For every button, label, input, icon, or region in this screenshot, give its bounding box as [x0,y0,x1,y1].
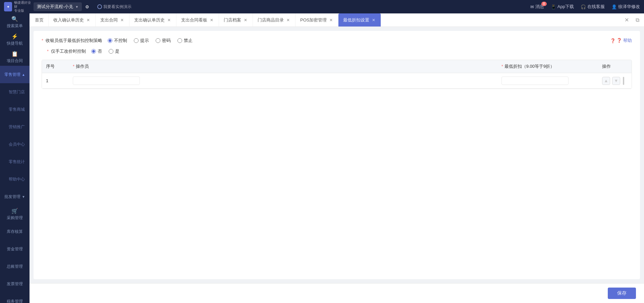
td-actions-1: ▲ ▼ [598,73,632,88]
contract-icon: 📋 [11,51,18,57]
sidebar-item-invoice-mgmt[interactable]: 税务管理 [0,293,30,303]
tab-close-payment-contract[interactable]: ✕ [120,18,124,22]
page-content: * 收银员低于最低折扣控制策略 不控制 提示 [30,27,644,283]
maximize-tab-button[interactable]: ⧉ [634,16,641,24]
radio-forbid-input[interactable] [177,38,182,43]
sidebar-item-marketing[interactable]: 营销推广 [0,118,30,136]
form-row-discount-control: * 收银员低于最低折扣控制策略 不控制 提示 [42,38,632,44]
tab-income-confirm-history[interactable]: 收入确认单历史 ✕ [49,13,96,27]
move-down-button[interactable]: ▼ [612,77,620,85]
tab-store-files[interactable]: 门店档案 ✕ [219,13,253,27]
ecommerce-icon: 🛒 [11,208,18,214]
td-seq-1: 1 [42,75,69,87]
sidebar-item-fund-mgmt[interactable]: 总账管理 [0,258,30,275]
table-header: 序号 * 操作员 * 最低折扣（9.00等于9折） 操作 [42,60,632,73]
td-operator-1[interactable] [69,73,497,88]
radio-yes-input[interactable] [109,49,113,54]
main-layout: 🔍 搜索菜单 ⚡ 快捷导航 📋 项目合同 零售管理 ▲ 智慧门店 零售商城 营销… [0,13,644,303]
project-dropdown-arrow: ▼ [75,5,78,9]
radio-forbid[interactable]: 禁止 [177,38,193,44]
tab-close-store-files[interactable]: ✕ [243,18,248,22]
min-discount-input[interactable] [501,77,569,85]
close-tab-button[interactable]: ✕ [623,16,631,24]
radio-no[interactable]: 否 [91,48,102,54]
sidebar-item-quick-nav[interactable]: ⚡ 快捷导航 [0,31,30,48]
tab-bar-actions: ✕ ⧉ [623,16,641,24]
form-row-manual-price-control: * 仅手工改价时控制 否 是 [42,48,632,54]
tab-payment-contract[interactable]: 支出合同 ✕ [96,13,129,27]
sidebar-item-retail-mall[interactable]: 零售商城 [0,101,30,118]
radio-no-input[interactable] [91,49,96,54]
tab-payment-confirm-history[interactable]: 支出确认单历史 ✕ [129,13,176,27]
radio-no-control-input[interactable] [108,38,112,43]
app-download-item[interactable]: 📱 App下载 [551,4,574,10]
required-marker-2: * [47,49,49,54]
tab-home[interactable]: 首页 [32,13,49,27]
save-button[interactable]: 保存 [608,288,636,299]
tab-close-min-discount-settings[interactable]: ✕ [371,18,376,22]
message-badge: 8 [541,2,547,6]
sidebar-item-smart-store[interactable]: 智慧门店 [0,83,30,101]
tab-close-income-confirm-history[interactable]: ✕ [86,18,91,22]
top-bar-right: ✉ 消息 8 📱 App下载 🎧 在线客服 👤 徐泽华修改 [530,4,640,10]
help-icon: ❓ [610,38,615,43]
radio-yes[interactable]: 是 [109,48,119,54]
project-name: 测试分开流程-小兑 [37,4,73,10]
radio-prompt[interactable]: 提示 [134,38,149,44]
manual-price-control-label: * 仅手工改价时控制 [47,48,86,54]
search-icon: 🔍 [11,16,18,22]
sidebar-item-project-contract[interactable]: 📋 项目合同 [0,48,30,66]
operator-input[interactable] [73,77,140,85]
discount-control-radio-group: 不控制 提示 密码 禁止 [108,38,193,44]
message-icon: ✉ [530,4,534,9]
demo-dot-icon [97,4,102,9]
th-actions: 操作 [598,60,632,73]
sidebar-item-purchase-mgmt[interactable]: 库存核算 [0,223,30,240]
td-min-discount-1[interactable] [497,73,598,88]
message-item[interactable]: ✉ 消息 8 [530,4,544,10]
radio-password-input[interactable] [156,38,160,43]
scroll-indicator [623,77,624,85]
sidebar-item-help-center[interactable]: 帮助中心 [0,170,30,188]
online-support-item[interactable]: 🎧 在线客服 [581,4,605,10]
sidebar-item-member-center[interactable]: 会员中心 [0,136,30,153]
th-min-discount: * 最低折扣（9.00等于9折） [497,60,598,73]
tab-close-payment-confirm-history[interactable]: ✕ [167,18,171,22]
settings-gear-icon[interactable]: ⚙ [85,4,91,9]
help-link[interactable]: ❓ ❓ 帮助 [610,38,632,44]
app-download-icon: 📱 [551,4,556,9]
move-up-button[interactable]: ▲ [602,77,610,85]
th-seq: 序号 [42,60,69,73]
tab-pos-password-mgmt[interactable]: POS加密管理 ✕ [296,13,338,27]
tab-close-store-product-catalog[interactable]: ✕ [286,18,290,22]
user-item[interactable]: 👤 徐泽华修改 [611,4,640,10]
sidebar-item-inventory[interactable]: 资金管理 [0,240,30,258]
sidebar-item-wholesale-mgmt[interactable]: 批发管理 ▼ [0,188,30,205]
th-operator: * 操作员 [69,60,497,73]
sidebar-item-ledger[interactable]: 发票管理 [0,275,30,293]
radio-prompt-input[interactable] [134,38,139,43]
tab-payment-contract-board[interactable]: 支出合同看板 ✕ [176,13,219,27]
lightning-icon: ⚡ [11,33,18,40]
user-avatar-icon: 👤 [611,4,617,9]
logo-text: 畅捷通好业财 专业版 [14,1,31,13]
project-selector[interactable]: 测试分开流程-小兑 ▼ [34,2,82,11]
wholesale-arrow-icon: ▼ [22,195,25,199]
demo-link[interactable]: 我要看实例演示 [97,4,131,10]
logo-icon: ✦ [4,2,12,11]
sidebar-item-retail-stats[interactable]: 零售统计 [0,153,30,170]
tab-min-discount-settings[interactable]: 最低折扣设置 ✕ [338,13,381,27]
tab-store-product-catalog[interactable]: 门店商品目录 ✕ [253,13,296,27]
sidebar-item-ecommerce[interactable]: 🛒 采购管理 [0,205,30,223]
tab-close-payment-contract-board[interactable]: ✕ [209,18,214,22]
tab-close-pos-password-mgmt[interactable]: ✕ [329,18,333,22]
radio-password[interactable]: 密码 [156,38,171,44]
discount-control-label: * 收银员低于最低折扣控制策略 [42,38,102,44]
sidebar-item-search[interactable]: 🔍 搜索菜单 [0,13,30,31]
tab-bar: 首页 收入确认单历史 ✕ 支出合同 ✕ 支出确认单历史 ✕ 支出合同看板 ✕ 门… [30,13,644,27]
sidebar-item-retail-mgmt[interactable]: 零售管理 ▲ [0,66,30,83]
table-row: 1 ▲ ▼ [42,73,632,89]
radio-no-control[interactable]: 不控制 [108,38,127,44]
discount-table: 序号 * 操作员 * 最低折扣（9.00等于9折） 操作 [42,60,632,89]
top-bar: ✦ 畅捷通好业财 专业版 测试分开流程-小兑 ▼ ⚙ 我要看实例演示 ✉ 消息 … [0,0,644,13]
